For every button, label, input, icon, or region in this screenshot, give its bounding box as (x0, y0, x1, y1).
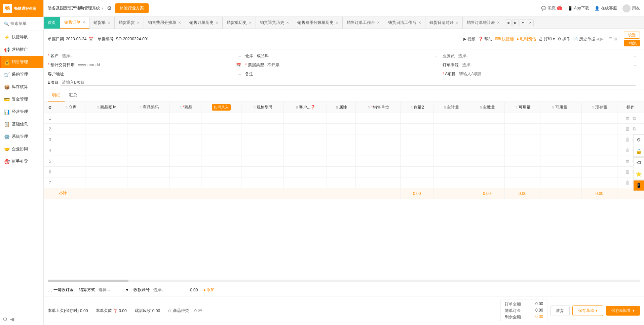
tab-next-btn[interactable]: ▶ (512, 19, 519, 26)
one-click-checkbox-input[interactable] (48, 288, 52, 292)
help-action[interactable]: ❓ 帮助 (478, 36, 492, 42)
tab-more-btn[interactable]: ▼ (520, 19, 526, 26)
sidebar-item-quick[interactable]: ⚡ 快捷导航 (0, 31, 43, 43)
tab-home[interactable]: 首页 (44, 17, 60, 29)
view-toggle[interactable]: ☰ ⊞ (609, 37, 617, 41)
tab-close-icon[interactable]: ✕ (178, 21, 181, 25)
tab-return-history[interactable]: 销货退货历史 ✕ (256, 17, 293, 29)
sidebar-item-purchase[interactable]: 🛒 采购管理 (0, 68, 43, 81)
tab-close-icon[interactable]: ✕ (82, 21, 85, 24)
row-spec[interactable] (241, 134, 284, 145)
order-source-dots[interactable]: ··· (633, 63, 636, 68)
row-product[interactable] (170, 124, 201, 134)
tab-close-icon[interactable]: ✕ (377, 21, 380, 25)
row-spec[interactable] (241, 124, 284, 134)
order-source-input[interactable] (461, 62, 630, 68)
message-btn[interactable]: 💬 消息 9 (541, 5, 562, 11)
tab-close-icon[interactable]: ✕ (249, 21, 252, 25)
solution-button[interactable]: 体验行业方案 (115, 3, 149, 13)
right-panel-settings[interactable]: ⚙ (633, 134, 644, 145)
payment-input[interactable] (97, 287, 124, 293)
row-qty2[interactable] (401, 124, 433, 134)
row-copy-btn[interactable]: ⧉ (633, 126, 636, 132)
tab-close-icon[interactable]: ✕ (418, 21, 421, 25)
staff-dots[interactable]: ··· (633, 54, 636, 58)
row-delete-btn[interactable]: 🗑 (625, 115, 630, 121)
row-attributes[interactable] (327, 113, 356, 124)
tab-sales-invoice[interactable]: 销货单 ✕ (89, 17, 115, 29)
right-panel-qr[interactable]: 📱 (633, 180, 644, 191)
account-input[interactable] (152, 287, 179, 293)
settings-button[interactable]: 设置 (624, 32, 640, 39)
shortcuts-action[interactable]: ⌨ 快捷键 (495, 36, 514, 42)
tab-invoice-history[interactable]: 销货单历史 ✕ (223, 17, 256, 29)
tab-order-history[interactable]: 销售订单历史 ✕ (185, 17, 223, 29)
row-spec[interactable] (241, 113, 284, 124)
online-service-btn[interactable]: 👤 在线客服 (595, 5, 617, 11)
preview-action[interactable]: ▶ 视频 (463, 36, 476, 42)
sidebar-item-marketing[interactable]: 📢 营销推广 (0, 43, 43, 56)
sidebar-item-cooperation[interactable]: 🤝 企业协同 (0, 143, 43, 155)
user-menu[interactable]: 用友 (622, 4, 640, 12)
sidebar-settings-btn[interactable]: ⚙ (3, 316, 7, 322)
add-button[interactable]: ● 添加 (203, 287, 214, 293)
tab-sales-order[interactable]: 销售订单 ✕ (60, 17, 89, 29)
row-sales-unit[interactable] (356, 134, 401, 145)
tab-close-icon[interactable]: ✕ (108, 21, 110, 25)
expected-date-input[interactable] (77, 62, 234, 68)
history-action[interactable]: 📄 历史单据 ◀ ▶ (573, 36, 603, 42)
row-product-code[interactable] (127, 124, 170, 134)
topbar-settings-btn[interactable]: ⚙ (107, 5, 112, 11)
row-qty2[interactable] (401, 134, 433, 145)
staff-input[interactable] (457, 53, 630, 59)
right-panel-star[interactable]: ⭐ (633, 169, 644, 179)
row-delete-btn[interactable]: 🗑 (625, 126, 630, 131)
row-warehouse[interactable] (56, 113, 85, 124)
row-delete-btn[interactable]: 🗑 (625, 137, 630, 142)
row-qty2[interactable] (401, 113, 433, 124)
a-project-input[interactable] (458, 71, 636, 77)
th-scan[interactable]: 扫码录入 (201, 102, 241, 113)
add-logistics-button[interactable]: +物流 (624, 40, 640, 46)
row-customer[interactable] (284, 113, 327, 124)
row-product[interactable] (170, 113, 201, 124)
row-sales-unit[interactable] (356, 124, 401, 134)
sidebar-item-finance[interactable]: 💳 资金管理 (0, 93, 43, 106)
remarks-input[interactable] (255, 71, 439, 77)
tab-sales-return[interactable]: 销货退货 ✕ (115, 17, 144, 29)
customer-dots[interactable]: ··· (238, 54, 241, 58)
row-product-code[interactable] (127, 134, 170, 145)
row-delete-btn[interactable]: 🗑 (625, 169, 630, 174)
invoice-select[interactable]: 不开票 (266, 62, 286, 68)
tab-detail[interactable]: 明细 (48, 89, 65, 101)
tab-close-icon[interactable]: ✕ (137, 21, 140, 25)
scrollbar-thumb[interactable] (48, 280, 128, 282)
row-delete-btn[interactable]: 🗑 (625, 158, 630, 164)
right-panel-tag[interactable]: 🏷 (633, 157, 644, 168)
tab-close-icon[interactable]: ✕ (497, 21, 500, 25)
sidebar-item-sales[interactable]: 💰 销售管理 (0, 56, 43, 68)
print-action[interactable]: 🖨 打印 ▾ (539, 36, 555, 42)
operations-action[interactable]: ⚙ 操作 (558, 36, 570, 42)
row-attributes[interactable] (327, 134, 356, 145)
account-dots[interactable]: ··· (181, 288, 185, 292)
sidebar-item-system[interactable]: ⚙️ 系统管理 (0, 130, 43, 143)
address-input[interactable] (66, 71, 235, 77)
tab-order-workbench[interactable]: 销售订单工作台 ✕ (343, 17, 384, 29)
profit-action[interactable]: ● 毛利预估 (517, 36, 536, 42)
sidebar-item-operation[interactable]: 📊 经营管理 (0, 106, 43, 118)
customer-input[interactable] (61, 53, 235, 59)
tab-daily-reconcile[interactable]: 钱货日清对账 ✕ (425, 17, 463, 29)
one-click-checkbox[interactable]: 一键收订金 (48, 287, 74, 293)
row-warehouse[interactable] (56, 124, 85, 134)
tab-expense-split[interactable]: 销售费用分摊单 ✕ (144, 17, 185, 29)
sidebar-item-inventory[interactable]: 📦 库存核算 (0, 81, 43, 93)
row-warehouse[interactable] (56, 134, 85, 145)
th-gear[interactable]: ⚙ (44, 102, 56, 113)
payment-dropdown-icon[interactable]: ▾ (126, 288, 128, 292)
tab-close-icon[interactable]: ✕ (216, 21, 218, 25)
row-customer[interactable] (284, 134, 327, 145)
discard-button[interactable]: 放弃 (550, 306, 570, 316)
save-new-button[interactable]: 保存&新增 ▾ (606, 306, 640, 316)
row-warehouse[interactable] (56, 145, 85, 156)
